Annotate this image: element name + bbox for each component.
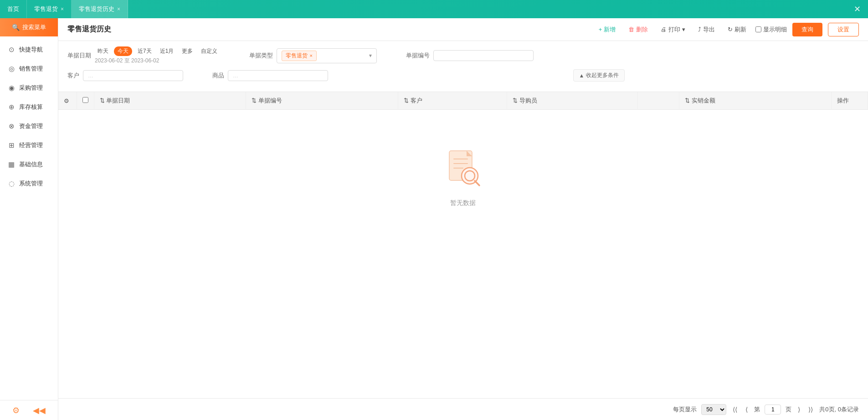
type-select[interactable]: 零售退货 × ▾: [277, 48, 377, 63]
filter-group-date: 单据日期 昨天 今天 近7天 近1月 更多 自定义 2023-06-02 至 2…: [67, 46, 220, 65]
tab-home[interactable]: 首页: [0, 0, 27, 18]
sidebar-search[interactable]: 🔍 搜索菜单: [0, 18, 58, 36]
tab-retail-return-label: 零售退货: [34, 5, 58, 13]
search-icon: 🔍: [12, 24, 20, 31]
th-number[interactable]: ⇅ 单据编号: [246, 92, 398, 110]
filter-group-customer: 客户 …: [67, 70, 183, 81]
select-all-checkbox[interactable]: [82, 97, 88, 103]
number-label: 单据编号: [406, 51, 430, 60]
sidebar-nav: ⊙ 快捷导航 ◎ 销售管理 ◉ 采购管理 ⊕ 库存核算 ⊗ 资金管理 ⊞ 经营管…: [0, 36, 58, 400]
prev-page-button[interactable]: ⟨: [744, 405, 750, 414]
goods-select[interactable]: …: [228, 70, 328, 81]
sales-mgmt-icon: ◎: [7, 65, 15, 73]
pagination-bar: 每页显示 20 50 100 ⟨⟨ ⟨ 第 1 页 ⟩ ⟩⟩ 共0页, 0条记录: [58, 398, 868, 420]
display-detail-label: 显示明细: [763, 26, 787, 34]
th-action: 操作: [832, 92, 868, 110]
page-number-input[interactable]: 1: [765, 405, 781, 415]
sidebar-item-quick-nav[interactable]: ⊙ 快捷导航: [0, 40, 58, 59]
sidebar-bottom: ⚙ ◀◀: [0, 400, 58, 420]
th-check[interactable]: [77, 92, 94, 110]
page-header: 零售退货历史 + 新增 🗑 删除 🖨 打印 ▾ ⤴ 导出 ↻: [58, 18, 868, 41]
refresh-button[interactable]: ↻ 刷新: [724, 24, 750, 36]
empty-state: 暂无数据: [58, 110, 868, 244]
first-page-button[interactable]: ⟨⟨: [731, 405, 739, 414]
empty-illustration: [440, 146, 486, 192]
sidebar-item-inventory[interactable]: ⊕ 库存核算: [0, 97, 58, 117]
th-amount[interactable]: ⇅ 实销金额: [679, 92, 832, 110]
main-layout: 🔍 搜索菜单 ⊙ 快捷导航 ◎ 销售管理 ◉ 采购管理 ⊕ 库存核算 ⊗ 资金管: [0, 18, 868, 420]
sidebar-item-label: 快捷导航: [19, 46, 43, 54]
tab-bar: 首页 零售退货 × 零售退货历史 ×: [0, 0, 854, 18]
sidebar-item-basic-info[interactable]: ▦ 基础信息: [0, 155, 58, 174]
filter-row-1: 单据日期 昨天 今天 近7天 近1月 更多 自定义 2023-06-02 至 2…: [67, 46, 859, 65]
th-customer[interactable]: ⇅ 客户: [398, 92, 507, 110]
header-actions: + 新增 🗑 删除 🖨 打印 ▾ ⤴ 导出 ↻ 刷新: [595, 23, 859, 36]
per-page-select[interactable]: 20 50 100: [701, 404, 726, 415]
goods-label: 商品: [212, 72, 224, 80]
last-page-button[interactable]: ⟩⟩: [806, 405, 815, 414]
type-tag-label: 零售退货: [286, 52, 308, 60]
sidebar-item-label: 库存核算: [19, 103, 43, 111]
date-btn-7days[interactable]: 近7天: [135, 46, 154, 56]
display-detail-checkbox[interactable]: 显示明细: [755, 26, 787, 34]
top-bar-right: ✕: [854, 4, 868, 14]
settings-button[interactable]: 设置: [828, 23, 859, 36]
customer-select[interactable]: …: [83, 70, 183, 81]
tab-retail-return-history[interactable]: 零售退货历史 ×: [72, 0, 128, 18]
collapse-arrow-icon: ▲: [579, 72, 585, 79]
sidebar-item-label: 销售管理: [19, 65, 43, 73]
sidebar-item-label: 基础信息: [19, 160, 43, 169]
number-input[interactable]: [433, 50, 534, 61]
per-page-label: 每页显示: [673, 405, 697, 414]
export-button[interactable]: ⤴ 导出: [694, 24, 719, 36]
sidebar-item-finance[interactable]: ⊗ 资金管理: [0, 117, 58, 136]
tab-retail-return[interactable]: 零售退货 ×: [27, 0, 72, 18]
new-button[interactable]: + 新增: [595, 24, 619, 36]
top-bar: 首页 零售退货 × 零售退货历史 × ✕: [0, 0, 868, 18]
print-dropdown-icon: ▾: [682, 26, 685, 33]
tab-retail-return-close[interactable]: ×: [61, 6, 64, 12]
delete-button[interactable]: 🗑 删除: [625, 24, 652, 36]
print-button[interactable]: 🖨 打印 ▾: [657, 24, 689, 36]
sidebar-search-label: 搜索菜单: [22, 23, 46, 31]
tab-retail-return-history-close[interactable]: ×: [117, 6, 120, 12]
sidebar-item-sales-mgmt[interactable]: ◎ 销售管理: [0, 59, 58, 78]
type-tag: 零售退货 ×: [282, 51, 316, 61]
th-date[interactable]: ⇅ 单据日期: [94, 92, 246, 110]
filter-group-type: 单据类型 零售退货 × ▾: [249, 48, 377, 63]
th-action-label: 操作: [837, 97, 849, 104]
sidebar-item-label: 资金管理: [19, 122, 43, 130]
table-body: 暂无数据: [58, 110, 868, 244]
next-page-button[interactable]: ⟩: [796, 405, 802, 414]
sidebar-item-operations[interactable]: ⊞ 经营管理: [0, 136, 58, 155]
type-select-arrow: ▾: [369, 52, 372, 59]
date-btn-more[interactable]: 更多: [179, 46, 195, 56]
date-range-display: 2023-06-02 至 2023-06-02: [95, 57, 220, 65]
filter-group-number: 单据编号: [406, 50, 534, 61]
date-btn-1month[interactable]: 近1月: [157, 46, 177, 56]
sidebar-item-label: 系统管理: [19, 179, 43, 188]
print-icon: 🖨: [661, 26, 667, 33]
quick-nav-icon: ⊙: [7, 46, 15, 54]
settings-icon[interactable]: ⚙: [12, 405, 20, 415]
collapse-button[interactable]: ▲ 收起更多条件: [573, 69, 625, 82]
gear-icon: ⚙: [64, 97, 69, 104]
sys-mgmt-icon: ◌: [7, 179, 15, 188]
query-button[interactable]: 查询: [792, 23, 822, 36]
refresh-icon: ↻: [728, 26, 733, 33]
sidebar-item-label: 经营管理: [19, 141, 43, 149]
date-btn-yesterday[interactable]: 昨天: [95, 46, 111, 56]
type-tag-close[interactable]: ×: [309, 53, 312, 58]
speaker-icon[interactable]: ◀◀: [33, 405, 46, 415]
collapse-container: ▲ 收起更多条件: [339, 69, 859, 82]
sidebar-item-sys-mgmt[interactable]: ◌ 系统管理: [0, 174, 58, 193]
customer-label: 客户: [67, 72, 79, 80]
display-detail-input[interactable]: [755, 26, 761, 32]
th-guide[interactable]: ⇅ 导购员: [507, 92, 638, 110]
date-btn-today[interactable]: 今天: [114, 46, 132, 56]
purchase-mgmt-icon: ◉: [7, 84, 15, 92]
th-gear[interactable]: ⚙: [58, 92, 77, 110]
sidebar-item-purchase-mgmt[interactable]: ◉ 采购管理: [0, 78, 58, 97]
window-close-button[interactable]: ✕: [854, 4, 861, 14]
date-btn-custom[interactable]: 自定义: [198, 46, 220, 56]
